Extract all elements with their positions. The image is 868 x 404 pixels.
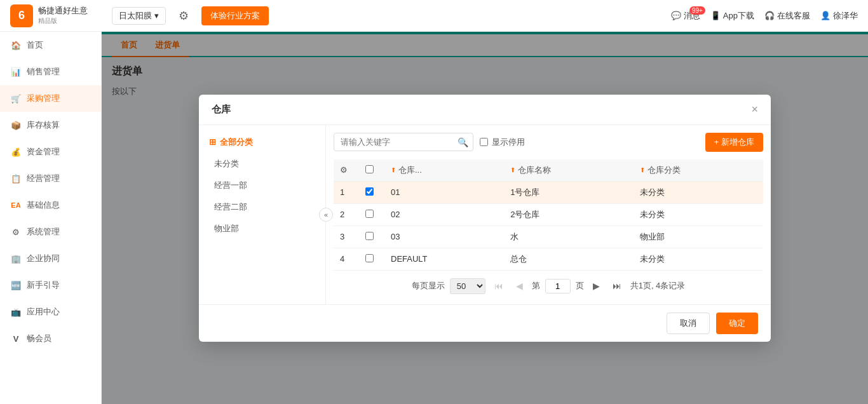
page-label-prefix: 第 [532, 280, 540, 292]
sidebar: 🏠 首页 📊 销售管理 🛒 采购管理 📦 库存核算 💰 资金管理 📋 经营管理 … [0, 32, 102, 404]
app-download-label: App下载 [723, 10, 754, 22]
category-item-operations2[interactable]: 经营二部 [199, 196, 325, 218]
show-disabled-checkbox[interactable] [480, 138, 488, 146]
sidebar-item-basic-info[interactable]: EA 基础信息 [0, 192, 101, 219]
search-input[interactable] [334, 133, 473, 151]
dialog-close-button[interactable]: × [751, 104, 758, 115]
row-category: 未分类 [634, 181, 763, 203]
row-index: 2 [334, 203, 359, 226]
settings-button[interactable]: ⚙ [173, 6, 194, 26]
row-index: 4 [334, 248, 359, 270]
sidebar-item-app-center[interactable]: 📺 应用中心 [0, 299, 101, 325]
app-download-btn[interactable]: 📱 App下载 [710, 10, 754, 22]
user-area[interactable]: 👤 徐泽华 [820, 10, 858, 22]
messages-badge: 99+ [689, 6, 705, 15]
sidebar-item-guide[interactable]: 🆕 新手引导 [0, 272, 101, 299]
grid-icon: ⊞ [209, 137, 216, 147]
per-page-select[interactable]: 50 100 [450, 278, 485, 294]
row-name: 总仓 [504, 248, 634, 270]
user-name: 徐泽华 [833, 10, 858, 22]
first-page-button[interactable]: ⏮ [491, 279, 507, 292]
table-row[interactable]: 1 01 1号仓库 未分类 [334, 181, 763, 203]
user-avatar-icon: 👤 [820, 11, 831, 20]
sidebar-label-operations: 经营管理 [27, 173, 60, 184]
row-code: 03 [384, 226, 504, 248]
all-categories-item[interactable]: ⊞ 全部分类 [199, 131, 325, 153]
th-code: ⬆ 仓库... [384, 159, 504, 182]
row-checkbox-cell [359, 203, 384, 226]
sidebar-item-membership[interactable]: V 畅会员 [0, 325, 101, 352]
table-panel: 🔍 显示停用 + 新增仓库 [326, 125, 771, 304]
main-layout: 🏠 首页 📊 销售管理 🛒 采购管理 📦 库存核算 💰 资金管理 📋 经营管理 … [0, 32, 868, 404]
sidebar-item-sales[interactable]: 📊 销售管理 [0, 58, 101, 85]
sidebar-item-finance[interactable]: 💰 资金管理 [0, 138, 101, 165]
row-code: 02 [384, 203, 504, 226]
warehouse-table: ⚙ ⬆ 仓库... [334, 159, 763, 271]
table-row[interactable]: 4 DEFAULT 总仓 未分类 [334, 248, 763, 270]
page-number-input[interactable] [545, 279, 571, 293]
table-container: ⚙ ⬆ 仓库... [334, 159, 763, 271]
show-disabled-label: 显示停用 [492, 137, 525, 148]
header-middle: 日太阳膜 ▾ ⚙ 体验行业方案 [112, 6, 671, 26]
dialog-header: 仓库 × [199, 95, 771, 125]
search-input-wrap: 🔍 [334, 133, 473, 151]
row-index: 3 [334, 226, 359, 248]
sort-icon-name: ⬆ [510, 166, 515, 173]
sidebar-item-home[interactable]: 🏠 首页 [0, 32, 101, 58]
search-icon-button[interactable]: 🔍 [458, 137, 468, 147]
row-code: 01 [384, 181, 504, 203]
logo-area: 6 畅捷通好生意 精品版 [10, 4, 112, 27]
store-name: 日太阳膜 [119, 10, 152, 22]
row-category: 未分类 [634, 248, 763, 270]
sidebar-label-inventory: 库存核算 [27, 119, 60, 131]
prev-page-button[interactable]: ◀ [512, 279, 527, 292]
headset-icon: 🎧 [764, 11, 775, 20]
collapse-panel-button[interactable]: « [319, 208, 333, 222]
row-checkbox[interactable] [365, 232, 374, 240]
sidebar-label-enterprise: 企业协同 [27, 253, 60, 264]
enterprise-icon: 🏢 [10, 254, 22, 264]
row-checkbox[interactable] [365, 210, 374, 218]
store-selector[interactable]: 日太阳膜 ▾ [112, 7, 166, 25]
messages-btn[interactable]: 💬 消息 99+ [671, 10, 700, 22]
dialog-body: ⊞ 全部分类 未分类 经营一部 经营二部 物业部 « [199, 125, 771, 304]
category-item-unclassified[interactable]: 未分类 [199, 153, 325, 175]
basic-info-icon: EA [10, 201, 22, 209]
sidebar-label-home: 首页 [27, 39, 43, 51]
app-name: 畅捷通好生意 [38, 6, 88, 17]
th-checkbox [359, 159, 384, 182]
app-edition: 精品版 [38, 17, 88, 25]
select-all-checkbox[interactable] [365, 165, 374, 173]
header-right: 💬 消息 99+ 📱 App下载 🎧 在线客服 👤 徐泽华 [671, 10, 858, 22]
pagination-bar: 每页显示 50 100 ⏮ ◀ 第 页 ▶ ⏭ 共 [334, 271, 763, 297]
cancel-button[interactable]: 取消 [667, 313, 710, 334]
category-item-operations1[interactable]: 经营一部 [199, 175, 325, 196]
next-page-button[interactable]: ▶ [589, 279, 604, 292]
inventory-icon: 📦 [10, 121, 22, 130]
table-row[interactable]: 3 03 水 物业部 [334, 226, 763, 248]
message-icon: 💬 [671, 11, 681, 20]
sort-icon-code: ⬆ [391, 166, 396, 173]
confirm-button[interactable]: 确定 [716, 313, 758, 334]
sidebar-label-membership: 畅会员 [27, 333, 51, 344]
row-checkbox[interactable] [365, 187, 374, 196]
online-service-btn[interactable]: 🎧 在线客服 [764, 10, 810, 22]
purchase-icon: 🛒 [10, 94, 22, 104]
sidebar-item-enterprise[interactable]: 🏢 企业协同 [0, 245, 101, 272]
dialog-footer: 取消 确定 [199, 304, 771, 342]
sidebar-item-operations[interactable]: 📋 经营管理 [0, 165, 101, 192]
sidebar-item-inventory[interactable]: 📦 库存核算 [0, 112, 101, 138]
row-checkbox[interactable] [365, 254, 374, 262]
sidebar-item-purchase[interactable]: 🛒 采购管理 [0, 85, 101, 112]
last-page-button[interactable]: ⏭ [609, 279, 625, 292]
trial-button[interactable]: 体验行业方案 [201, 6, 269, 25]
category-item-property[interactable]: 物业部 [199, 218, 325, 239]
finance-icon: 💰 [10, 147, 22, 157]
search-bar: 🔍 显示停用 + 新增仓库 [334, 133, 763, 152]
settings-col-icon: ⚙ [340, 165, 348, 175]
table-row[interactable]: 2 02 2号仓库 未分类 [334, 203, 763, 226]
sidebar-item-system[interactable]: ⚙ 系统管理 [0, 219, 101, 245]
add-warehouse-button[interactable]: + 新增仓库 [705, 133, 763, 152]
sidebar-label-purchase: 采购管理 [27, 93, 60, 104]
th-name: ⬆ 仓库名称 [504, 159, 634, 182]
